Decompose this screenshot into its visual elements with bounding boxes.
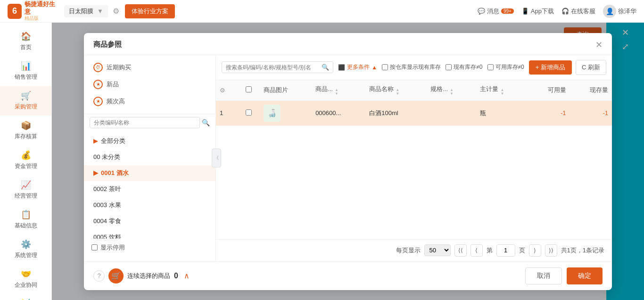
category-liquor-label: 0001 酒水 (101, 169, 129, 177)
sidebar-item-sales[interactable]: 📊 销售管理 (0, 56, 51, 86)
table-row[interactable]: 1 🍶 000600... 白酒100ml (216, 100, 612, 125)
last-page-button[interactable]: ⟩⟩ (545, 244, 557, 257)
row-checkbox[interactable] (246, 109, 252, 116)
available-stock-filter[interactable]: 可用库存≠0 (487, 63, 524, 71)
category-item-tea[interactable]: 0002 茶叶 (84, 181, 215, 197)
has-stock-filter[interactable]: 现有库存≠0 (446, 63, 482, 71)
sidebar-label-enterprise: 企业协同 (15, 281, 37, 289)
by-warehouse-checkbox[interactable] (382, 64, 388, 70)
add-product-button[interactable]: + 新增商品 (529, 60, 572, 75)
tab-new-products[interactable]: ★ 新品 (84, 76, 215, 93)
col-available-header[interactable]: 可用量 (528, 80, 570, 101)
by-warehouse-filter[interactable]: 按仓库显示现有库存 (382, 63, 441, 71)
refresh-table-button[interactable]: C 刷新 (576, 60, 606, 75)
category-item-drinks[interactable]: 0005 饮料 (84, 229, 215, 239)
page-number-input[interactable] (496, 244, 515, 257)
trial-button[interactable]: 体验行业方案 (125, 4, 175, 18)
page-suffix: 页 (519, 246, 525, 255)
show-disabled-checkbox[interactable] (91, 244, 98, 250)
total-records-label: 共1页，1条记录 (561, 246, 604, 255)
nav-right: 💬 消息 99+ 📱 App下载 🎧 在线客服 👤 徐泽华 (478, 5, 636, 18)
has-stock-label: 现有库存≠0 (454, 63, 482, 71)
select-all-checkbox[interactable] (246, 86, 252, 92)
gear-icon[interactable]: ⚙ (113, 7, 119, 16)
finance-icon: 💰 (21, 150, 31, 160)
cancel-button[interactable]: 取消 (525, 267, 562, 284)
sidebar-item-finance[interactable]: 💰 资金管理 (0, 145, 51, 175)
search-icon[interactable]: 🔍 (322, 64, 329, 71)
sidebar-item-system[interactable]: ⚙️ 系统管理 (0, 234, 51, 264)
row-available-cell: -1 (528, 100, 570, 125)
cart-icon[interactable]: 🛒 (108, 268, 124, 283)
sidebar-item-purchase[interactable]: 🛒 采购管理 (0, 86, 51, 116)
category-search-input[interactable] (90, 117, 200, 128)
product-search-input[interactable] (226, 64, 319, 71)
col-stock-header[interactable]: 现存量 (570, 80, 612, 101)
available-stock-checkbox[interactable] (487, 64, 494, 70)
app-download-nav-item[interactable]: 📱 App下载 (521, 7, 554, 16)
sidebar-item-basic-info[interactable]: 📋 基础信息 (0, 205, 51, 234)
row-checkbox-cell (238, 100, 260, 125)
store-dropdown-arrow: ▼ (97, 8, 103, 15)
tab-recent-purchase[interactable]: ⏱ 近期购买 (84, 59, 215, 76)
app-icon: 📱 (521, 8, 529, 15)
sidebar-item-home[interactable]: 🏠 首页 (0, 26, 51, 56)
per-page-select[interactable]: 50 100 200 (424, 244, 451, 256)
sidebar-label-system: 系统管理 (15, 251, 37, 259)
category-uncategorized-label: 00 未分类 (93, 153, 120, 161)
category-item-all[interactable]: ▶ 全部分类 (84, 133, 215, 149)
modal-left-panel: ⏱ 近期购买 ★ 新品 ★ 频次高 (84, 55, 216, 261)
prev-page-button[interactable]: ⟨ (471, 244, 483, 257)
row-name-cell: 白酒100ml (365, 100, 427, 125)
category-search-row: 🔍 (84, 114, 215, 131)
modal-title: 商品参照 (93, 40, 122, 49)
quick-tabs: ⏱ 近期购买 ★ 新品 ★ 频次高 (84, 55, 215, 114)
sidebar-label-basic-info: 基础信息 (15, 222, 37, 230)
online-service-nav-item[interactable]: 🎧 在线客服 (561, 7, 595, 16)
category-item-liquor[interactable]: ▶ 0001 酒水 (84, 165, 215, 181)
show-disabled-row: 显示停用 (84, 239, 215, 257)
tab-frequent[interactable]: ★ 频次高 (84, 93, 215, 110)
category-item-fruit[interactable]: 0003 水果 (84, 197, 215, 213)
next-page-button[interactable]: ⟩ (529, 244, 541, 257)
has-stock-checkbox[interactable] (446, 64, 452, 70)
expand-liquor-icon: ▶ (93, 169, 98, 176)
category-search-icon[interactable]: 🔍 (202, 119, 210, 126)
col-unit-header[interactable]: 主计量▲▼ (476, 80, 528, 101)
first-page-button[interactable]: ⟨⟨ (454, 244, 467, 257)
sidebar-item-enterprise[interactable]: 🤝 企业协同 (0, 264, 51, 294)
row-unit-cell: 瓶 (476, 100, 528, 125)
confirm-button[interactable]: 确定 (567, 267, 603, 284)
more-filter-button[interactable]: ⬛ 更多条件 ▲ (338, 63, 377, 71)
category-tea-label: 0002 茶叶 (93, 185, 121, 193)
sidebar-item-guide[interactable]: 🔰 新手引导 (0, 294, 51, 300)
collapse-footer-icon[interactable]: ∧ (184, 271, 190, 280)
inventory-icon: 📦 (21, 120, 31, 131)
messages-nav-item[interactable]: 💬 消息 99+ (478, 7, 514, 16)
modal-close-button[interactable]: ✕ (595, 40, 603, 50)
category-list: ▶ 全部分类 00 未分类 ▶ 0001 酒水 0002 茶 (84, 131, 215, 239)
product-image: 🍶 (264, 105, 281, 122)
category-item-snacks[interactable]: 0004 零食 (84, 213, 215, 229)
sidebar-item-inventory[interactable]: 📦 库存核算 (0, 116, 51, 145)
logo-icon: 6 (8, 4, 22, 19)
collapse-left-panel-button[interactable]: 《 (212, 149, 221, 167)
col-name-header[interactable]: 商品名称▲▼ (365, 80, 427, 101)
store-selector[interactable]: 日太阳膜 ▼ (64, 5, 108, 17)
operations-icon: 📈 (21, 180, 31, 190)
category-item-uncategorized[interactable]: 00 未分类 (84, 149, 215, 165)
col-spec-header[interactable]: 规格...▲▼ (427, 80, 476, 101)
message-icon: 💬 (478, 8, 485, 15)
recent-purchase-label: 近期购买 (107, 63, 131, 72)
col-settings[interactable]: ⚙ (216, 80, 238, 101)
help-button[interactable]: ? (93, 270, 105, 282)
filter-label: 更多条件 (347, 63, 370, 71)
img-sort-icons: 商品图片 (264, 86, 288, 93)
frequent-icon: ★ (93, 97, 103, 106)
filter-icon: ⬛ (338, 64, 345, 71)
col-code-header[interactable]: 商品...▲▼ (312, 80, 365, 101)
user-area[interactable]: 👤 徐泽华 (603, 5, 636, 18)
enterprise-icon: 🤝 (21, 269, 31, 279)
logo-area: 6 畅捷通好生意 精品版 (8, 0, 59, 22)
sidebar-item-operations[interactable]: 📈 经营管理 (0, 175, 51, 205)
